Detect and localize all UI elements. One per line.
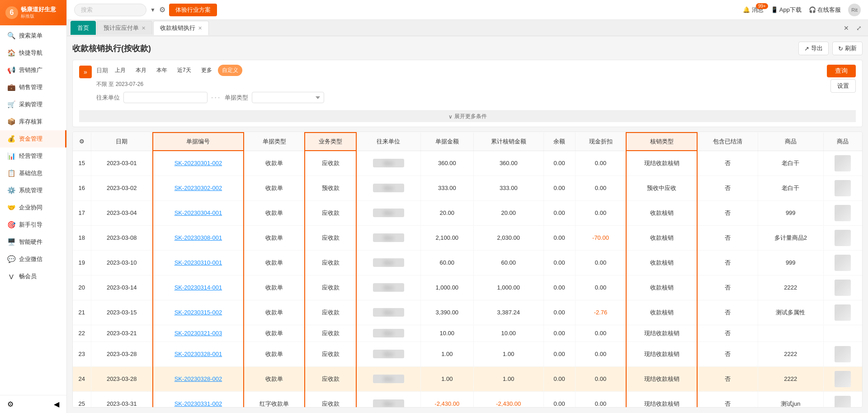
cell-discount: 0.00: [575, 275, 626, 300]
sidebar-item-finance[interactable]: 💰 资金管理: [0, 130, 66, 147]
col-settled[interactable]: 包含已结清: [697, 133, 758, 151]
col-verified[interactable]: 累计核销金额: [473, 133, 543, 151]
search-icon: 🔍: [7, 32, 15, 40]
sidebar-item-operations[interactable]: 📊 经营管理: [0, 147, 66, 165]
date-more-btn[interactable]: 更多: [197, 65, 216, 76]
topbar-left: 搜索 ▼ ⚙ 体验行业方案: [74, 4, 737, 16]
col-goodsimg[interactable]: 商品: [823, 133, 862, 151]
cell-verifytype: 预收中应收: [626, 176, 697, 200]
search-box[interactable]: 搜索: [74, 4, 146, 16]
date-custom-btn[interactable]: 自定义: [218, 65, 242, 76]
sidebar-item-system[interactable]: ⚙️ 系统管理: [0, 182, 66, 199]
cell-doctype: 收款单: [244, 325, 305, 342]
dropdown-arrow-btn[interactable]: ▼: [150, 7, 156, 13]
doc-type-select[interactable]: [252, 92, 324, 103]
doc-link[interactable]: SK-20230328-002: [175, 375, 222, 382]
cell-partner: blur: [356, 200, 420, 225]
cell-rownum: 20: [73, 275, 91, 300]
cell-goods: [758, 325, 823, 342]
doc-link[interactable]: SK-20230302-002: [175, 185, 222, 191]
doc-link[interactable]: SK-20230321-003: [175, 330, 222, 337]
cell-biztype: 应收款: [305, 325, 356, 342]
col-docno[interactable]: 单据编号: [153, 133, 244, 151]
doc-link[interactable]: SK-20230304-001: [175, 209, 222, 216]
close-window-btn[interactable]: ✕: [841, 24, 852, 33]
date-curr-month-btn[interactable]: 本月: [132, 65, 151, 76]
cell-date: 2023-03-31: [91, 391, 153, 408]
query-btn[interactable]: 查询: [827, 65, 856, 77]
col-amount[interactable]: 单据金额: [420, 133, 473, 151]
doc-link[interactable]: SK-20230315-002: [175, 309, 222, 316]
doc-link[interactable]: SK-20230308-001: [175, 234, 222, 241]
sidebar-item-purchase[interactable]: 🛒 采购管理: [0, 96, 66, 113]
cell-settled: 否: [697, 342, 758, 366]
cell-verified: 360.00: [473, 151, 543, 176]
doc-link[interactable]: SK-20230314-001: [175, 284, 222, 291]
notice-btn[interactable]: 🔔 消息 99+: [743, 6, 764, 14]
expand-filter-btn[interactable]: ∨ 展开更多条件: [79, 110, 856, 122]
tab-prepay[interactable]: 预计应应付单 ✕: [97, 21, 152, 35]
cell-amount: -2,430.00: [420, 391, 473, 408]
cell-biztype: 应收款: [305, 225, 356, 250]
refresh-label: 刷新: [845, 44, 857, 52]
filter-toggle-btn[interactable]: »: [79, 66, 92, 78]
tab-home[interactable]: 首页: [71, 21, 96, 35]
date-7days-btn[interactable]: 近7天: [173, 65, 195, 76]
sidebar-label-search: 搜索菜单: [19, 32, 42, 40]
col-partner[interactable]: 往来单位: [356, 133, 420, 151]
cell-date: 2023-03-28: [91, 342, 153, 366]
sidebar-item-vip[interactable]: V 畅会员: [0, 268, 66, 285]
refresh-btn[interactable]: ↻ 刷新: [832, 42, 863, 55]
partner-dots[interactable]: ···: [211, 94, 221, 102]
expand-window-btn[interactable]: ⤢: [854, 24, 864, 33]
col-doctype[interactable]: 单据类型: [244, 133, 305, 151]
filter-settings-btn[interactable]: 设置: [830, 79, 856, 93]
date-prev-month-btn[interactable]: 上月: [111, 65, 130, 76]
col-gear[interactable]: ⚙: [73, 133, 91, 151]
cell-doctype: 收款单: [244, 151, 305, 176]
cell-doctype: 收款单: [244, 250, 305, 275]
doc-link[interactable]: SK-20230310-001: [175, 259, 222, 266]
settings-icon[interactable]: ⚙: [7, 400, 14, 408]
sidebar-item-enterprise[interactable]: 🤝 企业协同: [0, 199, 66, 216]
sidebar-item-quicknav[interactable]: 🏠 快捷导航: [0, 44, 66, 62]
sidebar-item-basic[interactable]: 📋 基础信息: [0, 165, 66, 182]
topbar-gear-icon[interactable]: ⚙: [159, 5, 165, 14]
partner-input[interactable]: [123, 92, 208, 103]
doc-link[interactable]: SK-20230301-002: [175, 160, 222, 166]
cell-verified: 3,387.24: [473, 300, 543, 325]
col-verifytype[interactable]: 核销类型: [626, 133, 697, 151]
sidebar-item-marketing[interactable]: 📢 营销推广: [0, 62, 66, 79]
col-date[interactable]: 日期: [91, 133, 153, 151]
date-curr-year-btn[interactable]: 本年: [152, 65, 171, 76]
col-balance[interactable]: 余额: [543, 133, 575, 151]
sidebar-menu: 🔍 搜索菜单 🏠 快捷导航 📢 营销推广 💼 销售管理 🛒 采购管理 📦 库存核…: [0, 25, 66, 395]
tab-prepay-close[interactable]: ✕: [142, 25, 146, 31]
sidebar-label-wechat: 企业微信: [19, 255, 42, 263]
tab-collection-close[interactable]: ✕: [198, 25, 202, 31]
doc-link[interactable]: SK-20230331-002: [175, 400, 222, 407]
cell-biztype: 应收款: [305, 391, 356, 408]
collapse-icon[interactable]: ◀: [54, 400, 59, 408]
cell-partner: blur: [356, 300, 420, 325]
sidebar-item-search[interactable]: 🔍 搜索菜单: [0, 27, 66, 44]
cell-goodsimg: [823, 325, 862, 342]
cell-date: 2023-03-21: [91, 325, 153, 342]
industry-solution-btn[interactable]: 体验行业方案: [169, 4, 217, 16]
avatar[interactable]: Rit: [848, 4, 861, 16]
sidebar-item-hardware[interactable]: 🖥️ 智能硬件: [0, 233, 66, 251]
sidebar-item-guide[interactable]: 🎯 新手引导: [0, 216, 66, 233]
online-service-btn[interactable]: 🎧 在线客服: [809, 6, 841, 14]
cell-discount: -70.00: [575, 225, 626, 250]
col-discount[interactable]: 现金折扣: [575, 133, 626, 151]
sidebar-item-inventory[interactable]: 📦 库存核算: [0, 113, 66, 130]
col-biztype[interactable]: 业务类型: [305, 133, 356, 151]
col-goods[interactable]: 商品: [758, 133, 823, 151]
app-download-btn[interactable]: 📱 App下载: [771, 6, 802, 14]
cell-goodsimg: [823, 342, 862, 366]
sidebar-item-sales[interactable]: 💼 销售管理: [0, 79, 66, 96]
tab-collection[interactable]: 收款核销执行 ✕: [153, 21, 209, 35]
doc-link[interactable]: SK-20230328-001: [175, 351, 222, 357]
export-btn[interactable]: ↗ 导出: [798, 42, 829, 55]
sidebar-item-wechat[interactable]: 💬 企业微信: [0, 251, 66, 268]
